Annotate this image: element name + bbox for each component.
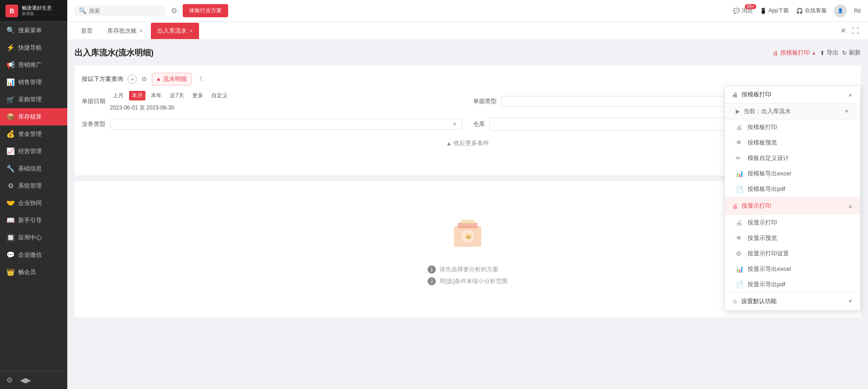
sidebar-item-operation[interactable]: 📈 经营管理 xyxy=(0,143,67,160)
filter-collapse-icon[interactable]: 《 xyxy=(196,75,203,83)
dropdown-display-print-header[interactable]: 🖨 按显示打印 ▲ xyxy=(725,197,860,215)
filter-tag-label: 流水明细 xyxy=(163,75,187,83)
export-icon: ⬆ xyxy=(820,50,825,56)
tab-batch-account-close[interactable]: × xyxy=(140,28,143,34)
sidebar-item-enterprise[interactable]: 🤝 企业协同 xyxy=(0,194,67,212)
sidebar-item-wechat[interactable]: 💬 企业微信 xyxy=(0,246,67,264)
empty-illustration: 😺 xyxy=(445,213,490,258)
tabbar: 首页 库存批次账 × 出入库流水 × ✕ ⛶ xyxy=(67,22,868,40)
sidebar-item-purchase[interactable]: 🛒 采购管理 xyxy=(0,91,67,108)
date-shortcut-last-month[interactable]: 上月 xyxy=(110,91,126,100)
empty-hint-1: 1 请先选择要分析的方案 xyxy=(428,265,508,274)
printer-icon: 🖨 xyxy=(732,91,738,98)
sidebar-item-member[interactable]: 👑 畅会员 xyxy=(0,264,67,281)
template-preview-label: 按模板预览 xyxy=(748,139,777,147)
filter-gear-icon[interactable]: ⚙ xyxy=(141,75,147,83)
sidebar-item-search[interactable]: 🔍 搜索菜单 xyxy=(0,22,67,39)
dropdown-template-export-excel[interactable]: 📊 按模板导出excel xyxy=(725,166,860,181)
tab-expand-icon[interactable]: ⛶ xyxy=(850,25,861,37)
dropdown-display-export-pdf[interactable]: 📄 按显示导出pdf xyxy=(725,277,860,292)
sidebar-item-label: 库存核算 xyxy=(18,113,42,121)
print-action-icon: 🖨 xyxy=(736,124,743,131)
display-preview-icon: 👁 xyxy=(736,234,743,242)
avatar[interactable]: 👤 xyxy=(834,5,847,17)
dropdown-set-default-header[interactable]: ☆ 设置默认功能 ▼ xyxy=(725,293,860,310)
sidebar-nav: 🔍 搜索菜单 ⚡ 快捷导航 📢 营销推广 📊 销售管理 🛒 采购管理 📦 库存核… xyxy=(0,22,67,371)
empty-hint-2: 2 用[选]条件来缩小分析范围 xyxy=(428,277,508,285)
message-button[interactable]: 💬 消息 99+ xyxy=(733,7,753,15)
dropdown-current-item[interactable]: ▶ 当前：出入库流水 ▼ xyxy=(725,104,860,119)
online-service-button[interactable]: 🎧 在线客服 xyxy=(796,7,827,15)
date-shortcut-7days[interactable]: 近7天 xyxy=(167,91,187,100)
doc-type-label: 单据类型 xyxy=(473,97,497,105)
app-name: 畅捷通好生意 xyxy=(22,5,52,11)
sidebar-toggle-icon[interactable]: ◀▶ xyxy=(20,376,31,384)
dropdown-display-export-excel[interactable]: 📊 按显示导出excel xyxy=(725,261,860,277)
dropdown-display-print-action[interactable]: 🖨 按显示打印 xyxy=(725,215,860,230)
sidebar-item-marketing[interactable]: 📢 营销推广 xyxy=(0,56,67,74)
tab-inout-flow[interactable]: 出入库流水 × xyxy=(151,23,199,39)
display-excel-icon: 📊 xyxy=(736,265,743,273)
sidebar-item-system[interactable]: ⚙ 系统管理 xyxy=(0,177,67,194)
filter-add-button[interactable]: + xyxy=(128,75,137,84)
excel-icon: 📊 xyxy=(736,170,743,177)
filter-date-field: 单据日期 上月 本月 本年 近7天 更多 自定义 2023-06-01 至 20… xyxy=(82,91,462,112)
date-shortcut-this-month[interactable]: 本月 xyxy=(129,91,145,100)
date-shortcut-custom[interactable]: 自定义 xyxy=(209,91,230,100)
grid-icon: 🔲 xyxy=(6,234,15,242)
app-download-button[interactable]: 📱 App下载 xyxy=(760,7,789,15)
dropdown-template-export-pdf[interactable]: 📄 按模板导出pdf xyxy=(725,181,860,197)
dropdown-template-custom[interactable]: ✏ 模板自定义设计 xyxy=(725,150,860,166)
current-item-arrow: ▼ xyxy=(844,108,849,115)
sidebar-item-label: 营销推广 xyxy=(18,61,42,69)
sidebar-item-app-center[interactable]: 🔲 应用中心 xyxy=(0,229,67,246)
sidebar-item-finance[interactable]: 💰 资金管理 xyxy=(0,125,67,143)
app-version: 标准版 xyxy=(22,11,52,17)
filter-title-row: 按以下方案查询 + ⚙ ● 流水明细 《 xyxy=(82,73,853,85)
template-print-arrow: ▲ xyxy=(848,91,853,98)
dropdown-template-print-action[interactable]: 🖨 按模板打印 xyxy=(725,120,860,135)
sidebar-item-label: 企业协同 xyxy=(18,199,42,207)
sidebar-item-quick-nav[interactable]: ⚡ 快捷导航 xyxy=(0,39,67,56)
sidebar-item-basic[interactable]: 🔧 基础信息 xyxy=(0,160,67,177)
settings-gear-icon[interactable]: ⚙ xyxy=(171,6,177,15)
search-bar[interactable]: 🔍 xyxy=(75,5,165,16)
tab-close-all-icon[interactable]: ✕ xyxy=(838,25,848,37)
tab-batch-account-label: 库存批次账 xyxy=(107,27,137,35)
display-print-settings-label: 按显示打印设置 xyxy=(748,249,789,258)
username[interactable]: Rit xyxy=(854,8,861,14)
biz-type-select[interactable]: ▼ xyxy=(110,119,462,130)
topbar: 🔍 ⚙ 体验行业方案 💬 消息 99+ 📱 App下载 🎧 在线客服 👤 Rit xyxy=(67,0,868,22)
tab-home[interactable]: 首页 xyxy=(75,23,99,39)
sidebar-item-inventory[interactable]: 📦 库存核算 xyxy=(0,108,67,125)
display-print-action-icon: 🖨 xyxy=(736,219,743,226)
message-icon: 💬 xyxy=(733,8,740,14)
svg-rect-2 xyxy=(461,219,474,224)
sidebar-item-guide[interactable]: 📖 新手引导 xyxy=(0,212,67,229)
settings-icon[interactable]: ⚙ xyxy=(6,376,13,384)
dropdown-template-preview[interactable]: 👁 按模板预览 xyxy=(725,135,860,150)
sidebar-item-label: 采购管理 xyxy=(18,95,42,104)
book-icon: 📖 xyxy=(6,216,15,224)
money-icon: 💰 xyxy=(6,130,15,138)
tab-inout-flow-close[interactable]: × xyxy=(190,28,193,34)
date-field-label: 单据日期 xyxy=(82,97,105,105)
template-print-button[interactable]: 🖨 按模板打印 ▲ xyxy=(773,49,816,57)
page-actions: 🖨 按模板打印 ▲ ⬆ 导出 ↻ 刷新 xyxy=(773,49,861,57)
industry-solution-button[interactable]: 体验行业方案 xyxy=(183,4,228,17)
date-shortcut-this-year[interactable]: 本年 xyxy=(148,91,165,100)
dropdown-template-print-header[interactable]: 🖨 按模板打印 ▲ xyxy=(725,86,860,104)
date-shortcut-more[interactable]: 更多 xyxy=(190,91,206,100)
search-bar-icon: 🔍 xyxy=(79,7,86,14)
headset-icon: 🎧 xyxy=(796,8,803,14)
dropdown-display-print-settings[interactable]: ⚙ 按显示打印设置 xyxy=(725,246,860,261)
dropdown-display-preview[interactable]: 👁 按显示预览 xyxy=(725,230,860,246)
search-input[interactable] xyxy=(89,8,153,14)
hint-2-text: 用[选]条件来缩小分析范围 xyxy=(439,277,508,285)
refresh-button[interactable]: ↻ 刷新 xyxy=(842,49,861,57)
sidebar-logo: B 畅捷通好生意 标准版 xyxy=(0,0,67,22)
sidebar-item-sales[interactable]: 📊 销售管理 xyxy=(0,74,67,91)
tab-batch-account[interactable]: 库存批次账 × xyxy=(101,23,149,39)
export-button[interactable]: ⬆ 导出 xyxy=(820,49,838,57)
filter-tag: ● 流水明细 xyxy=(152,73,192,85)
